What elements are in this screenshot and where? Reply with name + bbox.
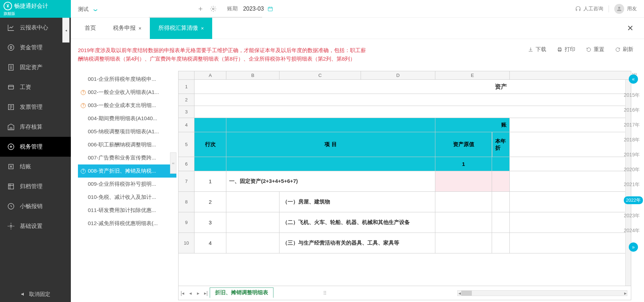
report-item-4[interactable]: 005-纳税调整项目明细表(A1...: [78, 125, 176, 138]
horizontal-scrollbar[interactable]: ◂▸: [457, 290, 627, 296]
sheet-prev-icon[interactable]: ◂: [186, 289, 194, 297]
table-row: 71一、固定资产(2+3+4+5+6+7): [179, 171, 631, 192]
gear-icon[interactable]: [210, 6, 216, 12]
report-item-label: 004-期间费用明细表(A1040...: [88, 115, 157, 122]
sidebar-item-7[interactable]: 结账: [0, 157, 71, 177]
sidebar-item-4[interactable]: 发票管理: [0, 97, 71, 117]
download-button[interactable]: 下载: [528, 46, 546, 53]
tab-close-icon[interactable]: ×: [201, 26, 204, 31]
sheet-last-icon[interactable]: ▸|: [202, 289, 210, 297]
sidebar-item-label: 归档管理: [20, 183, 43, 190]
report-list: 001-企业所得税年度纳税申...?002-一般企业收入明细表(A1...?00…: [78, 73, 176, 302]
plus-icon[interactable]: [197, 6, 204, 12]
report-item-label: 002-一般企业收入明细表(A1...: [88, 89, 159, 96]
svg-rect-4: [9, 85, 14, 89]
sidebar-item-3[interactable]: 工资: [0, 77, 71, 97]
report-item-6[interactable]: 007-广告费和业务宣传费跨...: [78, 151, 176, 164]
report-item-10[interactable]: 011-研发费用加计扣除优惠...: [78, 204, 176, 217]
sidebar-item-0[interactable]: 云报表中心: [0, 18, 71, 38]
report-item-label: 005-纳税调整项目明细表(A1...: [88, 128, 159, 135]
year-item-2024年[interactable]: 2024年: [624, 228, 643, 234]
report-item-8[interactable]: 009-企业所得税弥补亏损明...: [78, 178, 176, 191]
sidebar-icon-3: [7, 83, 15, 91]
report-item-0[interactable]: 001-企业所得税年度纳税申...: [78, 73, 176, 86]
year-item-2021年[interactable]: 2021年: [624, 181, 643, 188]
period-value[interactable]: 2023-03: [243, 6, 264, 12]
sidebar-item-label: 结账: [20, 163, 31, 170]
report-item-label: 009-企业所得税弥补亏损明...: [88, 181, 156, 188]
year-item-2020年[interactable]: 2020年: [624, 167, 643, 173]
year-item-2023年[interactable]: 2023年: [624, 213, 643, 219]
year-item-2018年[interactable]: 2018年: [624, 137, 643, 143]
user-name: 用友: [627, 6, 637, 12]
sidebar-item-label: 库存核算: [20, 123, 43, 131]
sheet-next-icon[interactable]: ▸: [194, 289, 202, 297]
notice-text: 2019年度涉及取以前年度结转数据的申报表单元格需要手工维护正确，才能保证本年及…: [78, 46, 368, 63]
report-item-2[interactable]: ?003-一般企业成本支出明细...: [78, 99, 176, 112]
tab-2[interactable]: 所得税汇算清缴×: [150, 18, 212, 39]
year-up-button[interactable]: «: [629, 74, 638, 84]
sidebar-item-9[interactable]: 小畅报销: [0, 196, 71, 216]
year-down-button[interactable]: »: [629, 242, 638, 252]
refresh-button[interactable]: 刷新: [615, 46, 633, 53]
tab-1[interactable]: 税务申报×: [104, 18, 150, 39]
header-e: 本年折: [492, 132, 510, 157]
spreadsheet[interactable]: A B C D E 1资产 2 3 4 账 5 行次 项 目 资产原值 本年折 …: [178, 71, 631, 300]
col-header-c[interactable]: C: [279, 71, 361, 79]
download-icon: [528, 47, 533, 52]
sidebar-item-label: 资金管理: [20, 44, 43, 51]
sheet-first-icon[interactable]: |◂: [179, 289, 186, 297]
report-item-1[interactable]: ?002-一般企业收入明细表(A1...: [78, 86, 176, 99]
sidebar-item-8[interactable]: 归档管理: [0, 177, 71, 196]
sidebar-icon-7: [7, 163, 15, 170]
sheet-tab[interactable]: 折旧、摊销调整明细表: [210, 287, 273, 298]
col-header-b[interactable]: B: [226, 71, 279, 79]
table-row: 104（三）与生产经营活动有关的器具、工具、家具等: [179, 233, 631, 253]
calendar-icon[interactable]: [267, 6, 273, 12]
user-menu[interactable]: 用友: [614, 4, 637, 14]
sidebar-item-10[interactable]: 基础设置: [0, 216, 71, 236]
company-selector[interactable]: 测试 ⌄: [78, 5, 98, 13]
avatar: [614, 4, 624, 14]
year-item-2019年[interactable]: 2019年: [624, 152, 643, 158]
sidebar-icon-8: [7, 183, 15, 190]
report-item-9[interactable]: 010-免税、减计收入及加计...: [78, 191, 176, 204]
list-collapse-button[interactable]: ‹‹: [170, 152, 176, 174]
report-item-7[interactable]: ?008-资产折旧、摊销及纳税...: [78, 164, 176, 178]
close-all-tabs[interactable]: ✕: [622, 24, 639, 33]
sidebar-item-label: 固定资产: [20, 64, 43, 71]
print-button[interactable]: 打印: [557, 46, 575, 53]
year-item-2016年[interactable]: 2016年: [624, 107, 643, 113]
sidebar-item-2[interactable]: 固定资产: [0, 57, 71, 77]
brand-name: 畅捷通好会计: [14, 2, 48, 10]
sidebar-icon-6: [7, 143, 15, 151]
table-row: 82（一）房屋、建筑物: [179, 192, 631, 212]
reset-button[interactable]: 重置: [586, 46, 604, 53]
col-header-a[interactable]: A: [194, 71, 226, 79]
refresh-icon: [615, 47, 621, 52]
sidebar-item-label: 发票管理: [20, 104, 43, 111]
year-item-2015年[interactable]: 2015年: [624, 92, 643, 99]
report-item-5[interactable]: 006-职工薪酬纳税调整明细...: [78, 138, 176, 151]
sidebar-icon-10: [7, 222, 15, 230]
sidebar-item-1[interactable]: 资金管理: [0, 38, 71, 57]
tab-close-icon[interactable]: ×: [139, 26, 141, 31]
tab-label: 所得税汇算清缴: [158, 24, 198, 32]
report-item-label: 008-资产折旧、摊销及纳税...: [88, 168, 156, 174]
unpin-button[interactable]: 取消固定: [0, 286, 71, 302]
year-item-2017年[interactable]: 2017年: [624, 122, 643, 128]
sidebar-item-5[interactable]: 库存核算: [0, 117, 71, 137]
consult-button[interactable]: 人工咨询: [575, 6, 603, 12]
col-header-d[interactable]: D: [361, 71, 435, 79]
row6-d: 1: [435, 157, 492, 171]
year-item-2022年[interactable]: 2022年: [624, 196, 643, 204]
sidebar-collapse-button[interactable]: ◂: [62, 18, 69, 43]
tab-0[interactable]: 首页: [76, 18, 104, 39]
report-item-label: 012-减免所得税优惠明细表(...: [88, 220, 158, 227]
report-item-3[interactable]: 004-期间费用明细表(A1040...: [78, 112, 176, 125]
report-item-11[interactable]: 012-减免所得税优惠明细表(...: [78, 217, 176, 230]
report-item-label: 006-职工薪酬纳税调整明细...: [88, 141, 156, 148]
sidebar-item-6[interactable]: 税务管理: [0, 137, 71, 157]
svg-point-10: [10, 225, 12, 227]
col-header-e[interactable]: E: [435, 71, 510, 79]
